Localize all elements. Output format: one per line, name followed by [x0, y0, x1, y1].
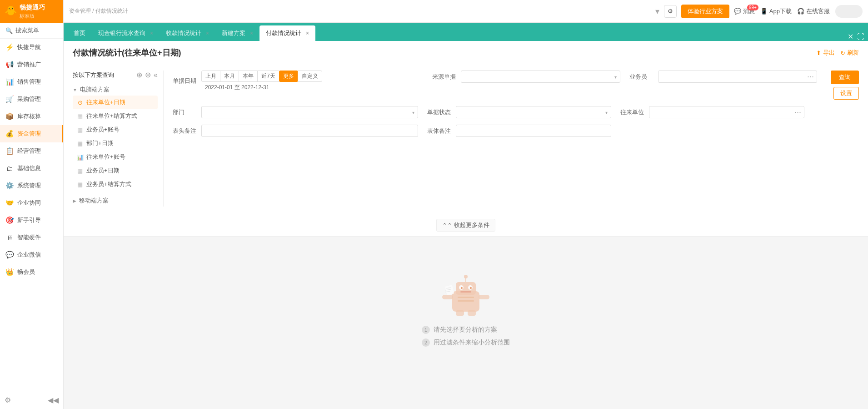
sidebar-footer: ⚙ ◀◀ — [0, 391, 63, 409]
tab-bank-flow[interactable]: 现金银行流水查询 × — [92, 25, 160, 41]
tabs-expand-icon[interactable]: ⛶ — [857, 33, 864, 41]
sidebar-settings-icon[interactable]: ⚙ — [5, 396, 11, 404]
section-toggle-icon: ▼ — [73, 87, 77, 92]
dept-label: 部门 — [173, 108, 198, 116]
date-btn-this-year[interactable]: 本年 — [239, 71, 258, 82]
scheme-item-staff-date[interactable]: ▦ 业务员+日期 — [73, 164, 158, 177]
sidebar-item-system[interactable]: ⚙️ 系统管理 — [0, 177, 63, 194]
body-note-label: 表体备注 — [427, 127, 452, 135]
scheme-item-unit-date[interactable]: ⊙ 往来单位+日期 — [73, 96, 158, 109]
scheme-collapse-button[interactable]: « — [154, 71, 158, 79]
tab-home[interactable]: 首页 — [67, 25, 92, 41]
tabs-bar: 首页 现金银行流水查询 × 收款情况统计 × 新建方案 × 付款情况统计 × ✕… — [64, 23, 868, 41]
online-service-button[interactable]: 🎧 在线客服 — [797, 7, 830, 15]
tabs-close-all-icon[interactable]: ✕ — [848, 32, 853, 41]
desktop-section-header[interactable]: ▼ 电脑端方案 — [73, 84, 158, 96]
scheme-item-label: 往来单位+结算方式 — [86, 112, 137, 120]
sidebar-item-inventory[interactable]: 📦 库存核算 — [0, 108, 63, 125]
user-avatar — [835, 5, 863, 18]
sidebar-nav: ⚡ 快捷导航 📢 营销推广 📊 销售管理 🛒 采购管理 📦 库存核算 💰 资金管… — [0, 39, 63, 391]
sidebar-item-marketing[interactable]: 📢 营销推广 — [0, 56, 63, 73]
topbar-dropdown-icon[interactable]: ▾ — [655, 6, 659, 16]
header-note-input[interactable] — [201, 125, 418, 137]
sidebar-item-vip[interactable]: 👑 畅会员 — [0, 263, 63, 281]
refresh-button[interactable]: ↻ 刷新 — [840, 49, 859, 57]
svg-point-5 — [470, 287, 472, 289]
app-download-button[interactable]: 📱 App下载 — [760, 7, 792, 15]
tab-bank-flow-close[interactable]: × — [150, 30, 153, 36]
query-button[interactable]: 查询 — [831, 71, 859, 84]
export-button[interactable]: ⬆ 导出 — [816, 49, 835, 57]
scheme-item-unit-account[interactable]: 📊 往来单位+账号 — [73, 150, 158, 164]
scheme-item-dept-date[interactable]: ▦ 部门+日期 — [73, 136, 158, 150]
user-area[interactable] — [835, 5, 863, 18]
date-btn-this-month[interactable]: 本月 — [220, 71, 239, 82]
trial-button[interactable]: 体验行业方案 — [681, 5, 729, 18]
sidebar-item-quick-nav[interactable]: ⚡ 快捷导航 — [0, 39, 63, 56]
settings-small-button[interactable]: 设置 — [833, 87, 859, 100]
sidebar-item-label: 快捷导航 — [17, 43, 41, 51]
date-btn-custom[interactable]: 自定义 — [298, 71, 322, 82]
sidebar-item-label: 库存核算 — [17, 112, 41, 121]
sidebar-item-sales[interactable]: 📊 销售管理 — [0, 73, 63, 91]
sidebar-item-enterprise[interactable]: 🤝 企业协同 — [0, 194, 63, 212]
date-btn-7days[interactable]: 近7天 — [257, 71, 279, 82]
partner-more-icon[interactable]: ··· — [792, 107, 804, 117]
tab-payment-stats-close[interactable]: × — [306, 30, 309, 36]
export-icon: ⬆ — [816, 50, 821, 56]
source-select-wrapper: ▾ — [461, 71, 620, 83]
page-title: 付款情况统计(往来单位+日期) — [73, 47, 181, 58]
staff-label: 业务员 — [629, 73, 654, 81]
sidebar-item-basic[interactable]: 🗂 基础信息 — [0, 160, 63, 177]
topbar-settings-button[interactable]: ⚙ — [664, 5, 677, 18]
filter-panel: 按以下方案查询 ⊕ ⊛ « ▼ 电脑端方案 ⊙ 往来单位+日期 — [64, 63, 868, 214]
topbar: 资金管理 / 付款情况统计 ▾ ⚙ 体验行业方案 💬 消息 99+ 📱 App下… — [64, 0, 868, 23]
dept-select[interactable] — [201, 106, 418, 118]
filter-row-2: 部门 ▾ 单据状态 ▾ 往来单位 — [173, 106, 859, 118]
sidebar-item-operation[interactable]: 📋 经营管理 — [0, 142, 63, 160]
partner-input[interactable] — [649, 106, 792, 118]
staff-more-icon[interactable]: ··· — [804, 72, 817, 81]
scheme-item-unit-payment[interactable]: ▦ 往来单位+结算方式 — [73, 109, 158, 123]
sidebar-item-purchase[interactable]: 🛒 采购管理 — [0, 91, 63, 108]
tab-payment-stats[interactable]: 付款情况统计 × — [259, 25, 315, 41]
scheme-item-label: 部门+日期 — [86, 139, 114, 147]
message-button[interactable]: 💬 消息 99+ — [734, 7, 755, 15]
sidebar-search-item[interactable]: 🔍 搜索菜单 — [0, 23, 63, 39]
svg-rect-1 — [456, 282, 476, 295]
sidebar-item-hardware[interactable]: 🖥 智能硬件 — [0, 229, 63, 246]
sidebar-collapse-icon[interactable]: ◀◀ — [48, 396, 59, 404]
scheme-item-staff-account[interactable]: ▦ 业务员+账号 — [73, 123, 158, 136]
mobile-toggle-icon: ▶ — [73, 198, 76, 203]
header-note-label: 表头备注 — [173, 127, 198, 135]
body-note-input[interactable] — [456, 125, 611, 137]
scheme-item-staff-payment[interactable]: ▦ 业务员+结算方式 — [73, 177, 158, 191]
sidebar-item-guide[interactable]: 🎯 新手引导 — [0, 212, 63, 229]
sidebar-header: 🐥 畅捷通巧 标准版 — [0, 0, 63, 23]
tab-new-scheme[interactable]: 新建方案 × — [215, 25, 259, 41]
robot-illustration — [439, 273, 493, 318]
sidebar-item-wechat[interactable]: 💬 企业微信 — [0, 246, 63, 263]
sidebar-item-finance[interactable]: 💰 资金管理 — [0, 125, 63, 142]
sidebar-item-label: 系统管理 — [17, 182, 41, 190]
wechat-icon: 💬 — [5, 251, 14, 259]
mobile-section-header[interactable]: ▶ 移动端方案 — [73, 195, 158, 207]
tab-receipt-stats-close[interactable]: × — [206, 30, 209, 36]
date-btn-more[interactable]: 更多 — [279, 71, 298, 82]
tab-new-scheme-label: 新建方案 — [222, 29, 245, 37]
sidebar-logo-text: 畅捷通巧 — [20, 4, 45, 12]
svg-rect-9 — [456, 310, 464, 316]
date-btn-last-month[interactable]: 上月 — [201, 71, 220, 82]
scheme-settings-button[interactable]: ⊛ — [145, 71, 151, 79]
tab-payment-stats-label: 付款情况统计 — [266, 29, 301, 37]
empty-tip-1: 1 请先选择要分析的方案 — [422, 326, 510, 334]
source-select[interactable] — [461, 71, 620, 83]
chevron-up-icon: ⌃⌃ — [442, 222, 452, 229]
add-scheme-button[interactable]: ⊕ — [136, 71, 142, 79]
tab-receipt-stats[interactable]: 收款情况统计 × — [160, 25, 215, 41]
voucher-status-select[interactable] — [456, 106, 611, 118]
collapse-button[interactable]: ⌃⌃ 收起更多条件 — [436, 219, 495, 232]
tab-new-scheme-close[interactable]: × — [250, 30, 253, 36]
tab-home-label: 首页 — [74, 29, 85, 37]
staff-input[interactable] — [658, 71, 804, 82]
